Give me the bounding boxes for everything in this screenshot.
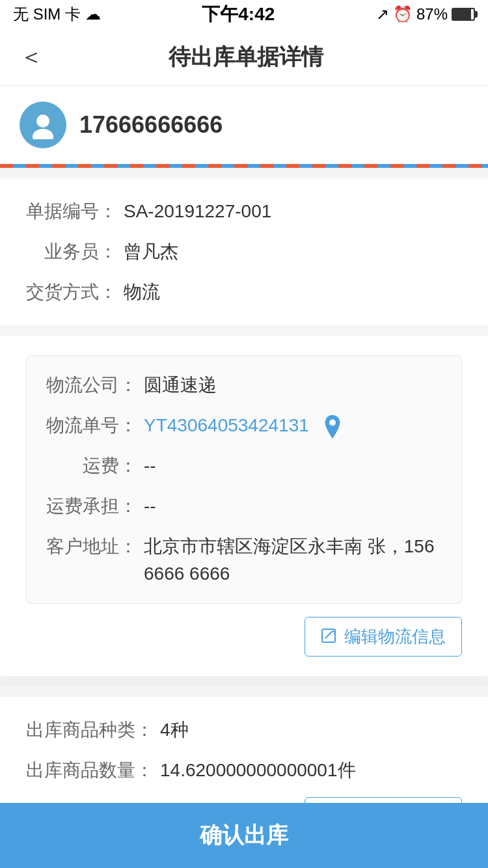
order-no-value: YT43064053424131 xyxy=(144,412,442,439)
user-phone: 17666666666 xyxy=(79,111,223,139)
goods-type-value: 4种 xyxy=(160,716,462,744)
logistics-section: 物流公司： 圆通速递 物流单号： YT43064053424131 运费： --… xyxy=(0,336,488,676)
svg-line-4 xyxy=(325,631,332,638)
delivery-label: 交货方式： xyxy=(26,278,117,306)
svg-point-1 xyxy=(33,129,53,139)
section-divider-1 xyxy=(0,676,488,686)
svg-point-0 xyxy=(36,115,49,128)
freight-bear-label: 运费承担： xyxy=(46,493,137,520)
company-label: 物流公司： xyxy=(46,372,137,399)
alarm-icon: ⏰ xyxy=(393,5,413,23)
person-icon xyxy=(29,111,57,139)
back-button[interactable]: ＜ xyxy=(20,41,43,73)
goods-quantity-label: 出库商品数量： xyxy=(26,757,154,784)
salesman-row: 业务员： 曾凡杰 xyxy=(26,238,462,265)
order-no-label: 物流单号： xyxy=(46,412,137,439)
battery-icon xyxy=(452,8,475,21)
edit-logistics-button[interactable]: 编辑物流信息 xyxy=(305,617,462,657)
salesman-label: 业务员： xyxy=(26,238,117,265)
doc-no-label: 单据编号： xyxy=(26,198,117,225)
freight-value: -- xyxy=(144,452,442,480)
avatar xyxy=(20,102,66,148)
freight-row: 运费： -- xyxy=(46,452,442,480)
page-title: 待出库单据详情 xyxy=(62,42,429,72)
user-section: 17666666666 xyxy=(0,86,488,164)
dashed-divider xyxy=(0,164,488,168)
basic-info-section: 单据编号： SA-20191227-001 业务员： 曾凡杰 交货方式： 物流 xyxy=(0,178,488,325)
location-pin-icon[interactable] xyxy=(321,415,344,439)
freight-bear-value: -- xyxy=(144,493,442,520)
battery-level: 87% xyxy=(416,5,448,23)
freight-label: 运费： xyxy=(46,452,137,480)
address-label: 客户地址： xyxy=(46,533,137,560)
doc-no-value: SA-20191227-001 xyxy=(124,198,462,225)
confirm-outbound-button[interactable]: 确认出库 xyxy=(200,821,288,850)
address-row: 客户地址： 北京市市辖区海淀区永丰南 张，156 6666 6666 xyxy=(46,533,442,588)
delivery-value: 物流 xyxy=(124,278,462,306)
status-bar: 无 SIM 卡 ☁ 下午4:42 ↗ ⏰ 87% xyxy=(0,0,488,29)
status-left: 无 SIM 卡 ☁ xyxy=(13,4,101,25)
goods-type-row: 出库商品种类： 4种 xyxy=(26,716,462,744)
address-value: 北京市市辖区海淀区永丰南 张，156 6666 6666 xyxy=(144,533,442,588)
goods-quantity-row: 出库商品数量： 14.620000000000001件 xyxy=(26,757,462,784)
company-value: 圆通速递 xyxy=(144,372,442,399)
edit-btn-container: 编辑物流信息 xyxy=(26,617,462,657)
logistics-inner: 物流公司： 圆通速递 物流单号： YT43064053424131 运费： --… xyxy=(26,355,462,604)
doc-no-row: 单据编号： SA-20191227-001 xyxy=(26,198,462,225)
gps-icon: ↗ xyxy=(376,5,389,23)
goods-type-label: 出库商品种类： xyxy=(26,716,154,744)
edit-icon xyxy=(321,628,339,646)
svg-point-2 xyxy=(329,419,336,426)
delivery-row: 交货方式： 物流 xyxy=(26,278,462,306)
goods-quantity-value: 14.620000000000001件 xyxy=(160,757,462,784)
status-time: 下午4:42 xyxy=(202,2,275,27)
salesman-value: 曾凡杰 xyxy=(124,238,462,265)
nav-bar: ＜ 待出库单据详情 xyxy=(0,29,488,86)
confirm-section: 确认出库 xyxy=(0,803,488,868)
status-right: ↗ ⏰ 87% xyxy=(376,5,475,23)
company-row: 物流公司： 圆通速递 xyxy=(46,372,442,399)
sim-status: 无 SIM 卡 ☁ xyxy=(13,4,101,25)
order-no-row: 物流单号： YT43064053424131 xyxy=(46,412,442,439)
freight-bear-row: 运费承担： -- xyxy=(46,493,442,520)
